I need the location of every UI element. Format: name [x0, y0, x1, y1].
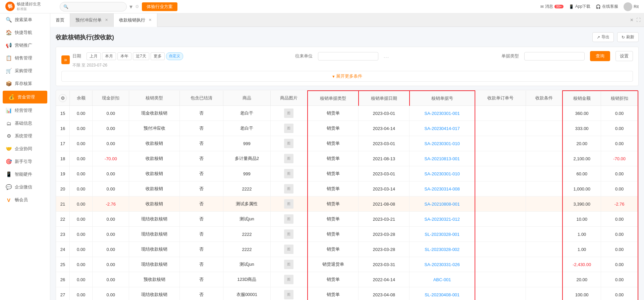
- cell-cancel-bill-date: 2023-03-28: [359, 227, 410, 242]
- cell-receipt-terms: [526, 181, 562, 197]
- cell-cash-discount: 0.00: [93, 212, 129, 227]
- cell-product: 999: [223, 166, 270, 181]
- sidebar-item-member[interactable]: V 畅会员: [0, 194, 50, 206]
- cell-cancel-discount: -2.76: [601, 197, 638, 212]
- cell-cancel-discount: 0.00: [601, 166, 638, 181]
- cell-receipt-order-no: [475, 212, 526, 227]
- custom-date-badge[interactable]: 自定义: [166, 52, 183, 60]
- date-btns: 上月 本月 本年 近7天 更多 自定义: [87, 52, 183, 60]
- app-download-btn[interactable]: 📱 App下载: [569, 4, 590, 9]
- cell-product: 2222: [223, 181, 270, 197]
- cell-cancel-amount: 333.00: [562, 121, 601, 136]
- sidebar-item-newbie[interactable]: 🎯 新手引导: [0, 155, 50, 168]
- online-support-btn[interactable]: 🎧 在线客服: [596, 4, 618, 9]
- sidebar-item-operations[interactable]: 📊 经营管理: [0, 104, 50, 117]
- member-icon: V: [5, 197, 12, 203]
- tab-home[interactable]: 首页: [50, 13, 70, 27]
- sidebar-item-purchase[interactable]: 🛒 采购管理: [0, 65, 50, 77]
- date-btn-this-year[interactable]: 本年: [117, 52, 131, 60]
- cell-id: 17: [56, 136, 70, 151]
- sidebar-item-smart-hw[interactable]: 📱 智能硬件: [0, 168, 50, 181]
- cell-cancel-bill-date: 2023-03-31: [359, 257, 410, 272]
- tab-receipt-close[interactable]: ✕: [149, 18, 152, 22]
- tab-receipt[interactable]: 收款核销执行 ✕: [114, 13, 157, 27]
- data-table-wrap: ⚙ 余额 现金折扣 核销类型 包含已结清 商品 商品图片 核销单据类型 核销单据…: [56, 90, 639, 300]
- sidebar-item-quick-nav[interactable]: 🏠 快捷导航: [0, 26, 50, 39]
- cell-balance: 0.00: [70, 181, 93, 197]
- date-btn-more[interactable]: 更多: [151, 52, 165, 60]
- wechat-icon: 💬: [5, 184, 12, 190]
- cell-include-settled: 否: [179, 181, 223, 197]
- col-settings[interactable]: ⚙: [56, 91, 70, 106]
- tab-prepay-close[interactable]: ✕: [105, 18, 108, 22]
- sidebar-item-system[interactable]: ⚙ 系统管理: [0, 130, 50, 142]
- cell-cancel-bill-no: SA-20230321-012: [410, 212, 475, 227]
- cell-product: 衣服00001: [223, 287, 270, 300]
- top-search-input-wrap[interactable]: 🔍: [60, 2, 127, 11]
- cell-product: 多计量商品2: [223, 151, 270, 166]
- cell-cash-discount: 0.00: [93, 242, 129, 257]
- cell-cancel-discount: 0.00: [601, 212, 638, 227]
- date-btn-last-month[interactable]: 上月: [87, 52, 101, 60]
- partner-input[interactable]: [318, 52, 378, 60]
- sidebar-item-wechat[interactable]: 💬 企业微信: [0, 181, 50, 194]
- cell-id: 18: [56, 151, 70, 166]
- cell-cancel-discount: 0.00: [601, 106, 638, 121]
- newbie-icon: 🎯: [5, 159, 12, 165]
- cell-cancel-type: 现结收款核销: [129, 227, 179, 242]
- user-menu[interactable]: Rit: [624, 2, 639, 11]
- cell-cancel-bill-no: SL-20230408-001: [410, 287, 475, 300]
- cell-cash-discount: 0.00: [93, 121, 129, 136]
- cell-product: 999: [223, 136, 270, 151]
- search-icon: 🔍: [5, 17, 12, 23]
- cell-id: 19: [56, 166, 70, 181]
- table-header-row: ⚙ 余额 现金折扣 核销类型 包含已结清 商品 商品图片 核销单据类型 核销单据…: [56, 91, 638, 106]
- cell-cancel-bill-type: 销货单: [308, 181, 359, 197]
- cell-cash-discount: -2.76: [93, 197, 129, 212]
- logo-title: 畅捷通好生意: [17, 2, 41, 6]
- cell-include-settled: 否: [179, 212, 223, 227]
- sidebar-item-basic-info[interactable]: 🗂 基础信息: [0, 117, 50, 130]
- cell-id: 26: [56, 272, 70, 287]
- table-row: 16 0.00 0.00 预付冲应收 否 老白干 图 销货单 2023-04-1…: [56, 121, 638, 136]
- maximize-icon[interactable]: ⛶: [636, 17, 641, 23]
- date-btn-this-month[interactable]: 本月: [102, 52, 116, 60]
- industry-btn[interactable]: 体验行业方案: [142, 2, 177, 11]
- close-icon[interactable]: ✕: [630, 17, 634, 23]
- cell-cancel-bill-type: 销货单: [308, 106, 359, 121]
- filter-collapse-btn[interactable]: »: [61, 55, 70, 64]
- chevron-down-icon[interactable]: ▾: [129, 3, 132, 10]
- col-cancel-type: 核销类型: [129, 91, 179, 106]
- cell-cancel-bill-type: 销货单: [308, 121, 359, 136]
- cell-cancel-bill-date: 2023-03-14: [359, 181, 410, 197]
- cell-include-settled: 否: [179, 257, 223, 272]
- export-btn[interactable]: ↗ 导出: [592, 32, 614, 42]
- cell-cancel-bill-no: SA-20210808-001: [410, 197, 475, 212]
- notifications-btn[interactable]: ✉ 消息 99+: [540, 4, 564, 9]
- cell-receipt-order-no: [475, 106, 526, 121]
- cell-receipt-terms: [526, 242, 562, 257]
- sidebar-item-inventory[interactable]: 📦 库存核算: [0, 77, 50, 90]
- cell-cancel-bill-date: 2023-03-01: [359, 136, 410, 151]
- purchase-icon: 🛒: [5, 68, 12, 74]
- col-cancel-bill-type: 核销单据类型: [308, 91, 359, 106]
- sidebar-item-marketing[interactable]: 📢 营销推广: [0, 39, 50, 52]
- cell-product-img: 图: [271, 151, 308, 166]
- settings-icon[interactable]: ⚙: [135, 4, 139, 9]
- sidebar-item-sales[interactable]: 📋 销售管理: [0, 52, 50, 65]
- sidebar-item-search[interactable]: 🔍 搜索菜单: [0, 13, 50, 26]
- cell-include-settled: 否: [179, 106, 223, 121]
- cell-balance: 0.00: [70, 151, 93, 166]
- tab-prepay[interactable]: 预付冲应付单 ✕: [70, 13, 114, 27]
- sidebar-item-enterprise-collab[interactable]: 🤝 企业协同: [0, 142, 50, 155]
- sidebar-item-finance[interactable]: 💰 资金管理: [3, 91, 47, 103]
- refresh-btn[interactable]: ↻ 刷新: [617, 32, 639, 42]
- expand-more-btn[interactable]: ▾ 展开更多条件: [61, 71, 633, 82]
- cell-product-img: 图: [271, 242, 308, 257]
- cell-cancel-amount: 360.00: [562, 106, 601, 121]
- order-type-input[interactable]: [524, 52, 585, 60]
- query-btn[interactable]: 查询: [590, 51, 610, 61]
- date-btn-7days[interactable]: 近7天: [133, 52, 149, 60]
- top-bar-actions: ✉ 消息 99+ 📱 App下载 🎧 在线客服 Rit: [540, 2, 639, 11]
- settings-filter-btn[interactable]: 设置: [615, 51, 633, 61]
